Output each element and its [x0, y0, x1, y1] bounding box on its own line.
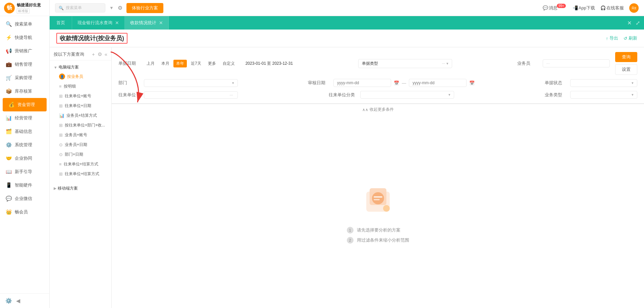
online-service-label: 在线客服 [606, 5, 624, 11]
bill-status-select[interactable]: ▾ [570, 79, 637, 87]
user-area[interactable]: Rit [629, 3, 639, 13]
settings-button[interactable]: 设置 [615, 64, 637, 75]
group-mobile-expand-icon: ▶ [54, 186, 56, 191]
scheme-group-desktop-title[interactable]: ▼ 电脑端方案 [50, 63, 111, 71]
sidebar-item-enterprise[interactable]: 🤝 企业协同 [0, 152, 49, 165]
sidebar-item-guide[interactable]: 📖 新手引导 [0, 165, 49, 178]
scheme-item-label: 业务员+账号 [65, 132, 87, 138]
tip-num-2: 2 [347, 237, 354, 244]
business-type-select[interactable]: ▾ [570, 91, 637, 99]
tab-home[interactable]: 首页 [50, 16, 72, 30]
scheme-item-staff-date[interactable]: ⊙ 业务员+日期 [50, 140, 111, 150]
partner-category-select[interactable]: ▾ [360, 91, 454, 99]
sidebar-item-purchase[interactable]: 🛒 采购管理 [0, 71, 49, 85]
sidebar-item-quicknav[interactable]: ⚡ 快捷导航 [0, 31, 49, 44]
panel-settings-icon[interactable]: ⚙ [98, 51, 102, 57]
collapse-button[interactable]: ∧∧ 收起更多条件 [112, 104, 644, 115]
panel-add-icon[interactable]: + [92, 51, 95, 57]
sidebar-item-finance[interactable]: 💰 资金管理 [3, 98, 47, 111]
date-tab-last-month[interactable]: 上月 [144, 60, 157, 67]
date-tab-this-year[interactable]: 本年 [173, 60, 187, 67]
business-type-caret-icon: ▾ [632, 93, 634, 97]
scheme-item-dept-date[interactable]: ⊙ 部门+日期 [50, 150, 111, 159]
scheme-item-unit-settle1[interactable]: ≡ 往来单位+结算方式 [50, 159, 111, 169]
sidebar-item-inventory[interactable]: 📦 库存核算 [0, 85, 49, 98]
refresh-button[interactable]: ↺ 刷新 [624, 35, 637, 41]
sidebar-item-hardware[interactable]: 📱 智能硬件 [0, 178, 49, 192]
partner-select[interactable]: ··· [144, 91, 238, 99]
group-label: 电脑端方案 [59, 64, 79, 70]
filter-row-3: 往来单位 ··· 往来单位分类 ▾ 业务类型 ▾ [118, 91, 637, 99]
scheme-item-unit-settle2[interactable]: ⊞ 往来单位+结算方式 [50, 169, 111, 179]
panel-collapse-icon[interactable]: « [105, 51, 107, 57]
messages-label: 消息 [549, 5, 557, 11]
dept-select[interactable]: ▾ [144, 79, 238, 87]
scheme-item-unit-dept-collect[interactable]: ⊞ 按往来单位+部门+收... [50, 120, 111, 130]
scheme-item-counterpart-account[interactable]: ⊞ 往来单位+账号 [50, 91, 111, 101]
app-icon: 📲 [573, 5, 578, 10]
scheme-group-mobile-title[interactable]: ▶ 移动端方案 [50, 184, 111, 193]
sidebar-item-label: 库存核算 [15, 88, 32, 94]
scheme-item-label: 按业务员 [67, 74, 83, 80]
topbar-search-box[interactable]: 🔍 搜索菜单 [55, 3, 105, 12]
date-dash: — [402, 81, 406, 86]
messages-area[interactable]: 💬 消息 99+ [543, 5, 567, 11]
tab-bank-flow[interactable]: 现金银行流水查询 ✕ [72, 16, 125, 30]
staff-account-icon: ⊞ [59, 133, 63, 138]
sidebar-item-member[interactable]: 👑 畅会员 [0, 205, 49, 219]
tab-fullscreen-icon[interactable]: ⤢ [636, 20, 640, 26]
scheme-item-staff-account[interactable]: ⊞ 业务员+账号 [50, 130, 111, 140]
sidebar-item-marketing[interactable]: 📢 营销推广 [0, 44, 49, 58]
calendar-start-icon[interactable]: 📅 [394, 81, 399, 86]
topbar-gear-icon[interactable]: ⚙ [118, 5, 122, 11]
bill-type-select[interactable]: 单据类型 ··· ▾ [358, 59, 452, 68]
plan-button[interactable]: 体验行业方案 [126, 3, 163, 13]
marketing-icon: 📢 [5, 48, 12, 54]
sidebar-item-system[interactable]: ⚙️ 系统管理 [0, 138, 49, 152]
unit-settle1-icon: ≡ [59, 162, 62, 167]
unit-settle2-icon: ⊞ [59, 171, 63, 176]
scheme-item-by-staff[interactable]: 👤 按业务员 [50, 71, 111, 82]
export-button[interactable]: ↑ 导出 [606, 35, 619, 41]
date-tab-more[interactable]: 更多 [205, 60, 219, 67]
tab-collection-stats[interactable]: 收款情况统计 ✕ [125, 16, 169, 30]
dept-caret-icon: ▾ [232, 81, 234, 85]
empty-state: 1 请先选择要分析的方案 2 用过滤条件来缩小分析范围 [112, 115, 644, 308]
scheme-item-by-detail[interactable]: ≡ 按明细 [50, 82, 111, 91]
enterprise-icon: 🤝 [5, 155, 12, 162]
sidebar-item-search[interactable]: 🔍 搜索菜单 [0, 17, 49, 31]
calendar-end-icon[interactable]: 📅 [469, 81, 475, 86]
scheme-item-counterpart-date[interactable]: ⊞ 往来单位+日期 [50, 101, 111, 111]
sidebar-item-label: 企业协同 [15, 155, 32, 161]
audit-date-start-input[interactable] [333, 79, 391, 87]
sidebar-item-sales[interactable]: 💼 销售管理 [0, 58, 49, 71]
tab-close-all-icon[interactable]: ✕ [627, 20, 632, 26]
right-panel: 单据日期 上月 本月 本年 近7天 更多 自定义 2023-01-01 至 20… [112, 47, 644, 308]
audit-date-end-input[interactable] [409, 79, 467, 87]
scheme-item-label: 业务员+结算方式 [66, 113, 97, 118]
date-tab-this-month[interactable]: 本月 [159, 60, 172, 67]
scheme-item-label: 按明细 [64, 84, 76, 89]
footer-settings-icon[interactable]: ⚙️ [5, 298, 12, 304]
query-button[interactable]: 查询 [615, 52, 637, 62]
bill-type-label: 单据类型 [362, 61, 378, 66]
service-icon: 🎧 [600, 5, 606, 10]
sidebar-item-wechat[interactable]: 💬 企业微信 [0, 192, 49, 205]
tab-collection-stats-close-icon[interactable]: ✕ [159, 20, 163, 25]
sidebar-item-business[interactable]: 📊 经营管理 [0, 111, 49, 125]
date-tab-last7[interactable]: 近7天 [188, 60, 204, 67]
panel-header-label: 按以下方案查询 [54, 51, 84, 57]
export-icon: ↑ [606, 36, 608, 41]
sidebar-item-basic[interactable]: 🗂️ 基础信息 [0, 125, 49, 138]
scheme-item-staff-settle[interactable]: 📊 业务员+结算方式 [50, 111, 111, 120]
staff-select[interactable]: ··· [543, 59, 610, 67]
page-header: 收款情况统计(按业务员) ↑ 导出 ↺ 刷新 [50, 30, 644, 47]
footer-collapse-icon[interactable]: ◀ [16, 298, 20, 304]
online-service-area[interactable]: 🎧 在线客服 [600, 5, 624, 11]
dept-date-icon: ⊙ [59, 152, 63, 157]
tab-bank-flow-close-icon[interactable]: ✕ [115, 20, 119, 25]
svg-rect-4 [374, 199, 380, 200]
date-tab-custom[interactable]: 自定义 [220, 60, 237, 67]
search-icon: 🔍 [5, 21, 12, 28]
app-download-area[interactable]: 📲 App下载 [573, 5, 595, 11]
